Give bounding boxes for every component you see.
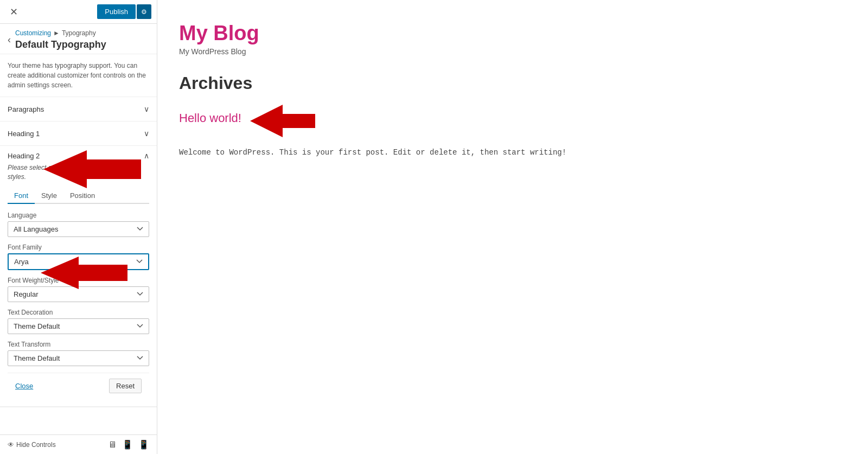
text-decoration-field-group: Text Decoration Theme Default None Under… (8, 309, 149, 334)
svg-marker-0 (250, 105, 315, 137)
close-button[interactable]: ✕ (5, 4, 22, 20)
accordion-heading2-label: Heading 2 (8, 152, 40, 160)
publish-settings-button[interactable]: ⚙ (137, 4, 151, 19)
post-link[interactable]: Hello world! (179, 111, 241, 125)
tab-font[interactable]: Font (8, 188, 35, 204)
heading2-description: Please select a font for the theme's hea… (8, 163, 149, 182)
post-title-row: Hello world! (179, 102, 846, 140)
blog-subtitle: My WordPress Blog (179, 47, 846, 56)
mobile-device-button[interactable]: 📱 (138, 439, 149, 450)
back-button[interactable]: ‹ (8, 34, 11, 46)
hide-controls-button[interactable]: 👁 Hide Controls (8, 441, 56, 449)
tablet-icon: 📱 (122, 440, 133, 449)
accordion-paragraphs-label: Paragraphs (8, 105, 44, 113)
accordion-heading2: Heading 2 ∧ Please select a font for the… (0, 146, 157, 407)
post-excerpt: Welcome to WordPress. This is your first… (179, 146, 846, 158)
tablet-device-button[interactable]: 📱 (122, 439, 133, 450)
chevron-down-icon: ∨ (144, 129, 149, 138)
language-field-group: Language All Languages English French (8, 212, 149, 237)
mobile-icon: 📱 (138, 440, 149, 449)
font-family-select[interactable]: Arya Arial Georgia (8, 253, 149, 270)
breadcrumb-child: Typography (62, 29, 96, 37)
publish-button[interactable]: Publish (97, 4, 136, 19)
font-weight-field-group: Font Weight/Style Regular Bold Italic (8, 277, 149, 302)
font-family-field-group: Font Family Arya Arial Georgia (8, 244, 149, 270)
accordion-paragraphs: Paragraphs ∨ (0, 97, 157, 122)
tab-style[interactable]: Style (35, 188, 63, 204)
text-decoration-label: Text Decoration (8, 309, 149, 316)
eye-icon: 👁 (8, 441, 14, 449)
close-reset-row: Close Reset (8, 373, 149, 399)
accordion-heading1: Heading 1 ∨ (0, 122, 157, 146)
panel-title: Default Typography (15, 39, 106, 50)
language-label: Language (8, 212, 149, 219)
text-transform-field-group: Text Transform Theme Default None Upperc… (8, 341, 149, 366)
device-buttons: 🖥 📱 📱 (108, 439, 149, 450)
breadcrumb-section: ‹ Customizing ► Typography Default Typog… (0, 24, 157, 54)
breadcrumb-separator: ► (53, 29, 60, 37)
archives-heading: Archives (179, 73, 846, 93)
close-section-button[interactable]: Close (15, 382, 33, 390)
tabs-row: Font Style Position (8, 188, 149, 204)
accordion-heading2-header: Heading 2 ∧ (8, 151, 149, 160)
preview-area: My Blog My WordPress Blog Archives Hello… (157, 0, 868, 454)
breadcrumb: Customizing ► Typography (15, 29, 106, 37)
desktop-device-button[interactable]: 🖥 (108, 439, 117, 450)
font-family-label: Font Family (8, 244, 149, 251)
chevron-up-icon[interactable]: ∧ (144, 151, 149, 160)
panel-scroll: Your theme has typography support. You c… (0, 54, 157, 434)
font-weight-select[interactable]: Regular Bold Italic (8, 286, 149, 302)
accordion-paragraphs-header[interactable]: Paragraphs ∨ (0, 97, 157, 121)
customizer-panel: ✕ Publish ⚙ ‹ Customizing ► Typography D… (0, 0, 157, 454)
blog-title: My Blog (179, 22, 846, 45)
desktop-icon: 🖥 (108, 440, 117, 449)
preview-container: My Blog My WordPress Blog Archives Hello… (179, 22, 846, 158)
chevron-down-icon: ∨ (144, 105, 149, 113)
arrow-icon-1 (250, 102, 315, 140)
tab-position[interactable]: Position (63, 188, 101, 204)
reset-button[interactable]: Reset (109, 379, 142, 393)
breadcrumb-parent-link[interactable]: Customizing (15, 29, 51, 37)
publish-group: Publish ⚙ (97, 4, 151, 19)
text-transform-label: Text Transform (8, 341, 149, 348)
text-decoration-select[interactable]: Theme Default None Underline (8, 318, 149, 334)
info-text: Your theme has typography support. You c… (0, 54, 157, 97)
hide-controls-label: Hide Controls (16, 441, 56, 449)
accordion-heading1-header[interactable]: Heading 1 ∨ (0, 122, 157, 145)
bottom-controls: 👁 Hide Controls 🖥 📱 📱 (0, 434, 157, 454)
top-bar: ✕ Publish ⚙ (0, 0, 157, 24)
accordion-heading2-content: Heading 2 ∧ Please select a font for the… (0, 146, 157, 407)
font-weight-label: Font Weight/Style (8, 277, 149, 284)
language-select[interactable]: All Languages English French (8, 221, 149, 237)
text-transform-select[interactable]: Theme Default None Uppercase (8, 350, 149, 366)
accordion-heading1-label: Heading 1 (8, 130, 40, 138)
